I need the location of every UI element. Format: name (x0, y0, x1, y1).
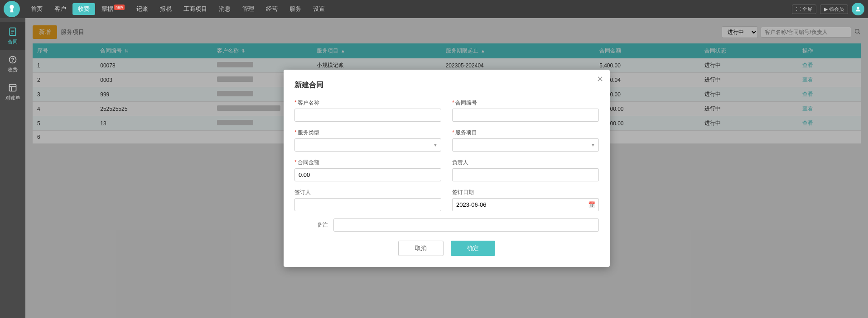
service-item-select[interactable] (452, 138, 599, 152)
avatar[interactable] (852, 3, 864, 15)
member-button[interactable]: ▶ 畅会员 (820, 5, 848, 14)
nav-settings[interactable]: 设置 (308, 3, 330, 15)
cancel-button[interactable]: 取消 (398, 241, 444, 256)
sidebar-item-fee[interactable]: 收费 (0, 50, 25, 78)
main-layout: 合同 收费 对账单 新增 服务项目 进行中 已结束 全部 (0, 18, 868, 318)
form-grid: * 客户名称 * 合同编号 (294, 99, 599, 211)
notes-input[interactable] (333, 218, 599, 232)
client-name-input[interactable] (294, 109, 441, 122)
service-type-select-wrapper: ▼ (294, 138, 441, 152)
svg-point-0 (857, 7, 859, 9)
modal-footer: 取消 确定 (294, 241, 599, 256)
form-row-contract-no: * 合同编号 (452, 99, 599, 122)
sidebar-item-statement[interactable]: 对账单 (0, 78, 25, 106)
form-row-service-item: * 服务项目 ▼ (452, 129, 599, 152)
sidebar-statement-label: 对账单 (5, 95, 20, 101)
nav-home[interactable]: 首页 (25, 3, 48, 15)
nav-tax[interactable]: 报税 (154, 3, 177, 15)
signer-label: 签订人 (294, 189, 441, 196)
service-item-label: * 服务项目 (452, 129, 599, 137)
responsible-person-input[interactable] (452, 168, 599, 181)
sign-date-wrapper: 📅 (452, 198, 599, 211)
service-type-label: * 服务类型 (294, 129, 441, 137)
nav-service[interactable]: 服务 (284, 3, 307, 15)
content-area: 新增 服务项目 进行中 已结束 全部 序号 合同编号 ⇅ 客户名 (25, 18, 868, 318)
client-name-label: * 客户名称 (294, 99, 441, 107)
sidebar-item-contract[interactable]: 合同 (0, 22, 25, 50)
nav-message[interactable]: 消息 (213, 3, 236, 15)
signer-input[interactable] (294, 198, 441, 211)
modal-close-button[interactable]: ✕ (597, 75, 603, 83)
sidebar-contract-label: 合同 (8, 38, 18, 45)
fullscreen-icon: ⛶ (796, 6, 801, 12)
nav-manage[interactable]: 管理 (237, 3, 260, 15)
contract-no-input[interactable] (452, 109, 599, 122)
nav-client[interactable]: 客户 (49, 3, 72, 15)
svg-rect-6 (10, 85, 16, 91)
nav-fee[interactable]: 收费 (72, 3, 95, 15)
nav-operation[interactable]: 经营 (260, 3, 283, 15)
form-row-sign-date: 签订日期 📅 (452, 189, 599, 211)
play-icon: ▶ (824, 6, 828, 12)
modal-title: 新建合同 (294, 81, 599, 90)
form-row-amount: * 合同金额 (294, 159, 441, 181)
form-row-signer: 签订人 (294, 189, 441, 211)
new-badge: new (114, 5, 125, 10)
form-row-notes: 备注 (294, 218, 599, 232)
modal-overlay: 新建合同 ✕ * 客户名称 * 合同编号 (25, 18, 868, 318)
form-row-responsible: 负责人 (452, 159, 599, 181)
nav-items: 首页 客户 收费 票据new 记账 报税 工商项目 消息 管理 经营 服务 设置 (25, 3, 792, 15)
statement-icon (7, 82, 18, 93)
sign-date-label: 签订日期 (452, 189, 599, 196)
form-row-client-name: * 客户名称 (294, 99, 441, 122)
contract-no-label: * 合同编号 (452, 99, 599, 107)
responsible-person-label: 负责人 (452, 159, 599, 166)
calendar-icon[interactable]: 📅 (588, 201, 595, 208)
contract-icon (7, 26, 18, 37)
nav-ticket[interactable]: 票据new (96, 3, 130, 15)
service-type-select[interactable] (294, 138, 441, 152)
new-contract-modal: 新建合同 ✕ * 客户名称 * 合同编号 (284, 70, 610, 267)
confirm-button[interactable]: 确定 (451, 241, 495, 256)
nav-right-actions: ⛶ 全屏 ▶ 畅会员 (792, 3, 864, 15)
nav-business[interactable]: 工商项目 (178, 3, 212, 15)
form-row-service-type: * 服务类型 ▼ (294, 129, 441, 152)
contract-amount-input[interactable] (294, 168, 441, 181)
fullscreen-button[interactable]: ⛶ 全屏 (792, 5, 816, 14)
top-navigation: 首页 客户 收费 票据new 记账 报税 工商项目 消息 管理 经营 服务 设置… (0, 0, 868, 18)
sidebar-fee-label: 收费 (8, 66, 18, 73)
contract-amount-label: * 合同金额 (294, 159, 441, 166)
notes-label: 备注 (294, 221, 331, 229)
nav-bookkeeping[interactable]: 记账 (131, 3, 154, 15)
fee-icon (7, 54, 18, 65)
app-logo (4, 1, 20, 17)
sidebar: 合同 收费 对账单 (0, 18, 25, 318)
sign-date-input[interactable] (452, 198, 599, 211)
service-item-select-wrapper: ▼ (452, 138, 599, 152)
